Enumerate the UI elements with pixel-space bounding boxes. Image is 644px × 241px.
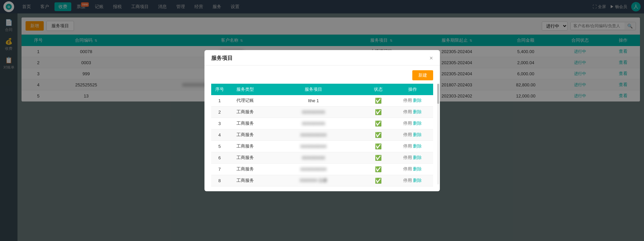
modal-table: 序号 服务类型 服务项目 状态 操作 1 代理记账 Ithe 1 ✅ 停用 删除…	[211, 84, 433, 187]
modal-cell-action: 停用 删除	[392, 152, 433, 163]
status-check-icon: ✅	[375, 166, 382, 172]
stop-button[interactable]: 停用	[403, 120, 412, 126]
modal-cell-item: XXXXXXXX	[262, 106, 365, 118]
delete-button[interactable]: 删除	[413, 177, 422, 184]
list-item: 4 工商服务 XXXXXXXXX ✅ 停用 删除	[211, 129, 433, 140]
modal-cell-item: XXXXXXXX	[262, 152, 365, 163]
modal-cell-item: XXXXXXXXX	[262, 140, 365, 152]
modal-cell-action: 停用 删除	[392, 175, 433, 186]
scrollbar-thumb[interactable]	[437, 84, 439, 104]
modal-cell-type: 工商服务	[228, 175, 262, 186]
modal-title: 服务项目	[211, 55, 233, 62]
modal-cell-seq: 6	[211, 152, 228, 163]
list-item: 5 工商服务 XXXXXXXXX ✅ 停用 删除	[211, 140, 433, 152]
list-item: 6 工商服务 XXXXXXXX ✅ 停用 删除	[211, 152, 433, 163]
modal-cell-action: 停用 删除	[392, 106, 433, 118]
status-check-icon: ✅	[375, 121, 382, 126]
list-item: 7 工商服务 XXXXXXXXX ✅ 停用 删除	[211, 163, 433, 175]
stop-button[interactable]: 停用	[403, 166, 412, 172]
modal-cell-action: 停用 删除	[392, 163, 433, 175]
stop-button[interactable]: 停用	[403, 143, 412, 149]
modal-cell-seq: 7	[211, 163, 228, 175]
modal-cell-item: XXXXXXXXX	[262, 163, 365, 175]
status-check-icon: ✅	[375, 132, 382, 138]
modal-cell-type: 工商服务	[228, 118, 262, 129]
list-item: 8 工商服务 XXXXXX 注册 ✅ 停用 删除	[211, 175, 433, 186]
delete-button[interactable]: 删除	[413, 120, 422, 126]
modal-close-button[interactable]: ×	[429, 55, 433, 61]
scrollbar-track	[437, 84, 439, 185]
delete-button[interactable]: 删除	[413, 166, 422, 172]
stop-button[interactable]: 停用	[403, 97, 412, 104]
modal-cell-status: ✅	[365, 118, 392, 129]
status-check-icon: ✅	[375, 109, 382, 115]
modal-cell-seq: 1	[211, 95, 228, 107]
modal-th-action: 操作	[392, 84, 433, 95]
modal-header-row: 序号 服务类型 服务项目 状态 操作	[211, 84, 433, 95]
list-item: 1 代理记账 Ithe 1 ✅ 停用 删除	[211, 95, 433, 107]
delete-button[interactable]: 删除	[413, 97, 422, 104]
modal-cell-status: ✅	[365, 140, 392, 152]
status-check-icon: ✅	[375, 155, 382, 161]
list-item: 3 工商服务 XXXXXXXX ✅ 停用 删除	[211, 118, 433, 129]
modal-th-status: 状态	[365, 84, 392, 95]
stop-button[interactable]: 停用	[403, 177, 412, 184]
modal-cell-type: 工商服务	[228, 163, 262, 175]
status-check-icon: ✅	[375, 178, 382, 184]
modal-toolbar: 新建	[211, 70, 433, 80]
modal-cell-action: 停用 删除	[392, 95, 433, 107]
modal-cell-item: Ithe 1	[262, 95, 365, 107]
modal-header: 服务项目 ×	[204, 50, 440, 66]
modal-cell-type: 工商服务	[228, 106, 262, 118]
modal-cell-seq: 5	[211, 140, 228, 152]
modal-cell-item: XXXXXXXXX	[262, 129, 365, 140]
modal-cell-item: XXXXXXXX	[262, 118, 365, 129]
modal-overlay[interactable]: 服务项目 × 新建 序号 服务类型 服务项目 状态 操作 1	[0, 0, 644, 241]
stop-button[interactable]: 停用	[403, 132, 412, 138]
modal-cell-seq: 8	[211, 175, 228, 186]
modal-cell-action: 停用 删除	[392, 118, 433, 129]
delete-button[interactable]: 删除	[413, 155, 422, 161]
modal-table-body: 1 代理记账 Ithe 1 ✅ 停用 删除 2 工商服务 XXXXXXXX ✅ …	[211, 95, 433, 187]
stop-button[interactable]: 停用	[403, 109, 412, 115]
modal-cell-seq: 4	[211, 129, 228, 140]
modal-cell-action: 停用 删除	[392, 129, 433, 140]
modal-cell-status: ✅	[365, 106, 392, 118]
modal-cell-status: ✅	[365, 95, 392, 107]
modal-new-button[interactable]: 新建	[412, 70, 433, 80]
delete-button[interactable]: 删除	[413, 132, 422, 138]
modal-scrollbar[interactable]	[437, 84, 439, 185]
status-check-icon: ✅	[375, 98, 382, 104]
status-check-icon: ✅	[375, 144, 382, 149]
modal-cell-status: ✅	[365, 175, 392, 186]
modal-cell-item: XXXXXX 注册	[262, 175, 365, 186]
modal-cell-status: ✅	[365, 163, 392, 175]
modal-th-item: 服务项目	[262, 84, 365, 95]
modal-cell-type: 工商服务	[228, 140, 262, 152]
modal-th-type: 服务类型	[228, 84, 262, 95]
modal-cell-type: 工商服务	[228, 152, 262, 163]
modal-th-seq: 序号	[211, 84, 228, 95]
stop-button[interactable]: 停用	[403, 155, 412, 161]
modal-cell-type: 代理记账	[228, 95, 262, 107]
modal-cell-type: 工商服务	[228, 129, 262, 140]
modal-cell-action: 停用 删除	[392, 140, 433, 152]
service-modal: 服务项目 × 新建 序号 服务类型 服务项目 状态 操作 1	[204, 50, 440, 191]
delete-button[interactable]: 删除	[413, 143, 422, 149]
modal-body: 新建 序号 服务类型 服务项目 状态 操作 1 代理记账 Ithe 1 ✅	[204, 66, 440, 191]
list-item: 2 工商服务 XXXXXXXX ✅ 停用 删除	[211, 106, 433, 118]
modal-cell-status: ✅	[365, 152, 392, 163]
modal-cell-status: ✅	[365, 129, 392, 140]
modal-cell-seq: 2	[211, 106, 228, 118]
modal-cell-seq: 3	[211, 118, 228, 129]
delete-button[interactable]: 删除	[413, 109, 422, 115]
